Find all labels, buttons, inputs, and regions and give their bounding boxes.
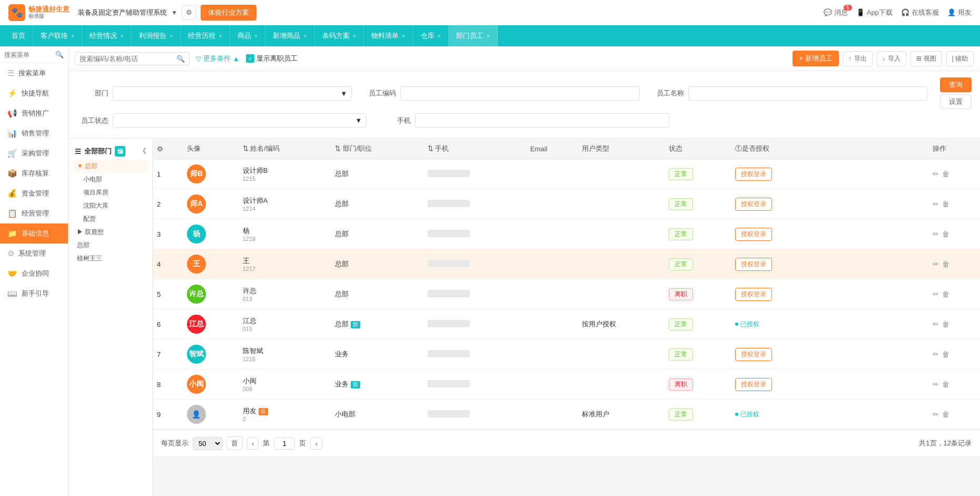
tab-profit[interactable]: 利润报告 × — [132, 25, 181, 46]
tab-goods[interactable]: 商品 × — [230, 25, 265, 46]
next-page-button[interactable]: › — [310, 437, 322, 450]
emp-code-input[interactable] — [400, 86, 639, 101]
th-name[interactable]: ⇅ 姓名/编码 — [239, 139, 331, 159]
show-resigned-toggle[interactable]: ✓ 显示离职员工 — [246, 54, 298, 63]
message-button[interactable]: 💬 消息 5 — [824, 8, 848, 17]
emp-status-select[interactable]: ▼ — [113, 113, 367, 128]
edit-button[interactable]: ✏ — [933, 170, 939, 178]
sidebar-item-marketing[interactable]: 📢 营销推广 — [0, 103, 68, 123]
import-button[interactable]: ↓ 导入 — [877, 51, 906, 66]
search-button[interactable]: 查询 — [940, 77, 972, 92]
close-icon[interactable]: × — [438, 33, 441, 39]
tab-department[interactable]: 部门员工 × — [449, 25, 498, 46]
th-dept[interactable]: ⇅ 部门/职位 — [331, 139, 423, 159]
delete-button[interactable]: 🗑 — [942, 380, 949, 388]
close-icon[interactable]: × — [219, 33, 222, 39]
online-service-button[interactable]: 🎧 在线客服 — [901, 8, 939, 17]
add-employee-button[interactable]: + 新增员工 — [793, 51, 838, 66]
close-icon[interactable]: × — [71, 33, 74, 39]
edit-button[interactable]: ✏ — [933, 230, 939, 238]
dept-node-hq2[interactable]: 总部 — [73, 239, 148, 252]
trial-button[interactable]: 体验行业方案 — [201, 5, 256, 21]
tab-operations[interactable]: 经营情况 × — [82, 25, 131, 46]
sidebar-item-system[interactable]: ⚙ 系统管理 — [0, 244, 68, 264]
gear-button[interactable]: ⚙ — [182, 5, 196, 20]
authorize-button[interactable]: 授权登录 — [735, 228, 772, 241]
close-icon[interactable]: × — [402, 33, 405, 39]
tab-barcode[interactable]: 条码方案 × — [315, 25, 364, 46]
dept-node-planting[interactable]: 植树王三 — [73, 252, 148, 265]
edit-button[interactable]: ✏ — [933, 320, 939, 328]
authorize-button[interactable]: 授权登录 — [735, 258, 772, 271]
sidebar-item-guide[interactable]: 📖 新手引导 — [0, 284, 68, 304]
authorize-button[interactable]: 授权登录 — [735, 198, 772, 211]
close-icon[interactable]: × — [170, 33, 173, 39]
prev-page-button[interactable]: ‹ — [247, 437, 259, 450]
close-icon[interactable]: × — [303, 33, 306, 39]
tab-bom[interactable]: 物料清单 × — [364, 25, 413, 46]
search-menu-input[interactable] — [4, 51, 55, 59]
close-icon[interactable]: × — [487, 33, 490, 39]
authorize-button[interactable]: 授权登录 — [735, 348, 772, 361]
dept-node-delivery[interactable]: 配货 — [79, 212, 148, 226]
sidebar-item-operations[interactable]: 📋 经营管理 — [0, 203, 68, 223]
sidebar-item-search[interactable]: ☰ 搜索菜单 — [0, 63, 68, 83]
tab-warehouse[interactable]: 仓库 × — [413, 25, 449, 46]
user-button[interactable]: 👤 用友 — [947, 8, 972, 17]
tab-history[interactable]: 经营历程 × — [181, 25, 230, 46]
view-button[interactable]: ⊞ 视图 — [910, 51, 942, 66]
search-input[interactable] — [80, 55, 174, 63]
set-button[interactable]: 设置 — [940, 94, 972, 109]
app-download-button[interactable]: 📱 App下载 — [856, 8, 893, 17]
delete-button[interactable]: 🗑 — [942, 200, 949, 208]
tab-customer[interactable]: 客户联络 × — [33, 25, 82, 46]
authorize-button[interactable]: 授权登录 — [735, 288, 772, 301]
edit-button[interactable]: ✏ — [933, 380, 939, 388]
first-page-button[interactable]: 首 — [226, 436, 243, 450]
delete-button[interactable]: 🗑 — [942, 350, 949, 358]
delete-button[interactable]: 🗑 — [942, 320, 949, 328]
search-icon[interactable]: 🔍 — [176, 55, 185, 63]
dept-edit-icon[interactable]: 编 — [115, 146, 125, 157]
delete-button[interactable]: 🗑 — [942, 260, 949, 268]
more-button[interactable]: | 辅助 — [946, 51, 974, 66]
authorize-button[interactable]: 授权登录 — [735, 378, 772, 391]
dept-node-project[interactable]: 项目库房 — [79, 186, 148, 199]
close-icon[interactable]: × — [353, 33, 356, 39]
emp-name-input[interactable] — [688, 86, 927, 101]
delete-button[interactable]: 🗑 — [942, 410, 949, 419]
edit-button[interactable]: ✏ — [933, 290, 939, 298]
edit-button[interactable]: ✏ — [933, 200, 939, 208]
sidebar-item-nav[interactable]: ⚡ 快捷导航 — [0, 83, 68, 103]
dept-select[interactable]: ▼ — [113, 86, 352, 101]
th-settings[interactable]: ⚙ — [153, 139, 183, 159]
sidebar-item-basics[interactable]: 📁 基础信息 — [0, 223, 68, 244]
dept-node-double-deer[interactable]: ▶ 双鹿想 — [73, 226, 148, 239]
edit-button[interactable]: ✏ — [933, 410, 939, 419]
dropdown-arrow[interactable]: ▼ — [171, 9, 177, 16]
tab-home[interactable]: 首页 — [4, 25, 33, 46]
tab-add-goods[interactable]: 新增商品 × — [265, 25, 314, 46]
more-filters-button[interactable]: ▽ 更多条件 ▲ — [196, 54, 240, 63]
dept-node-small-elec[interactable]: 小电部 — [79, 173, 148, 186]
edit-button[interactable]: ✏ — [933, 350, 939, 358]
sidebar-item-purchase[interactable]: 🛒 采购管理 — [0, 143, 68, 163]
close-icon[interactable]: × — [254, 33, 258, 39]
export-button[interactable]: ↑ 导出 — [843, 51, 873, 66]
delete-button[interactable]: 🗑 — [942, 230, 949, 238]
sidebar-item-collab[interactable]: 🤝 企业协同 — [0, 264, 68, 284]
per-page-select[interactable]: 50 100 200 — [193, 437, 222, 450]
dept-node-hq[interactable]: ▼ 总部 — [73, 160, 148, 173]
close-icon[interactable]: × — [120, 33, 123, 39]
collapse-button[interactable]: 《 — [139, 147, 146, 156]
sidebar-item-inventory[interactable]: 📦 库存核算 — [0, 163, 68, 183]
th-phone[interactable]: ⇅ 手机 — [423, 139, 526, 159]
sidebar-item-finance[interactable]: 💰 资金管理 — [0, 183, 68, 203]
delete-button[interactable]: 🗑 — [942, 290, 949, 298]
sidebar-item-sales[interactable]: 📊 销售管理 — [0, 123, 68, 143]
phone-input[interactable] — [415, 113, 669, 128]
page-number-input[interactable] — [274, 437, 295, 450]
delete-button[interactable]: 🗑 — [942, 170, 949, 178]
edit-button[interactable]: ✏ — [933, 260, 939, 268]
dept-node-shenyang[interactable]: 沈阳大库 — [79, 199, 148, 212]
